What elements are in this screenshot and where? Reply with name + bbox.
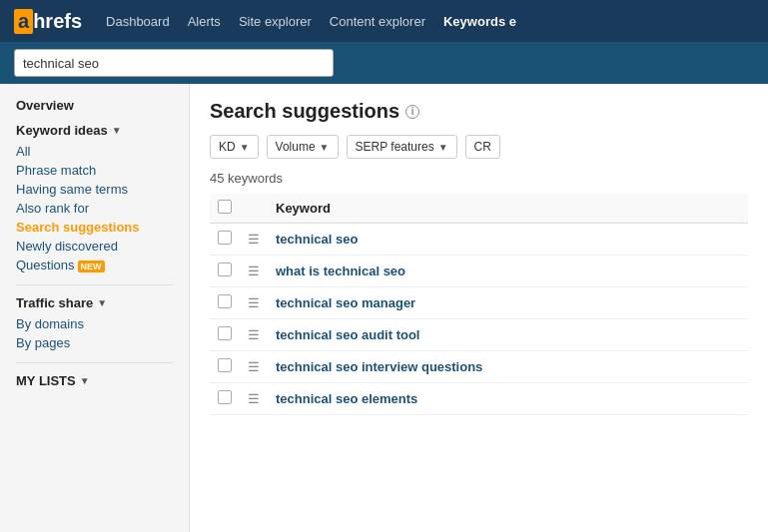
row-sort-icon[interactable]: ☰ <box>248 327 260 342</box>
nav-keywords-explorer[interactable]: Keywords e <box>443 14 516 29</box>
row-icon-cell: ☰ <box>240 224 268 256</box>
sidebar-overview[interactable]: Overview <box>16 98 173 113</box>
row-keyword: technical seo manager <box>268 287 748 319</box>
row-checkbox-cell <box>210 351 240 383</box>
row-checkbox[interactable] <box>218 294 232 308</box>
sidebar-item-newly-discovered[interactable]: Newly discovered <box>16 237 173 256</box>
sidebar-item-by-pages[interactable]: By pages <box>16 333 173 352</box>
row-sort-icon[interactable]: ☰ <box>248 391 260 406</box>
keyword-link[interactable]: technical seo interview questions <box>276 359 482 374</box>
sidebar-item-questions[interactable]: QuestionsNEW <box>16 256 173 274</box>
row-keyword: technical seo <box>268 224 748 256</box>
filter-serp-features[interactable]: SERP features ▼ <box>347 135 457 159</box>
sidebar-traffic-share-heading[interactable]: Traffic share ▼ <box>16 295 173 310</box>
nav-content-explorer[interactable]: Content explorer <box>330 14 425 29</box>
row-checkbox-cell <box>210 319 240 351</box>
sidebar-divider-2 <box>16 362 173 363</box>
sidebar-item-phrase-match[interactable]: Phrase match <box>16 161 173 180</box>
row-checkbox-cell <box>210 383 240 415</box>
keywords-count: 45 keywords <box>210 171 748 186</box>
filter-bar: KD ▼ Volume ▼ SERP features ▼ CR <box>210 135 748 159</box>
col-keyword: Keyword <box>268 194 748 224</box>
filter-volume[interactable]: Volume ▼ <box>267 135 339 159</box>
logo-a-letter: a <box>14 9 33 34</box>
sidebar-item-having-same-terms[interactable]: Having same terms <box>16 180 173 199</box>
content-area: Search suggestions i KD ▼ Volume ▼ SERP … <box>190 84 768 532</box>
row-checkbox-cell <box>210 256 240 287</box>
sidebar: Overview Keyword ideas ▼ All Phrase matc… <box>0 84 190 532</box>
logo[interactable]: ahrefs <box>14 9 82 34</box>
table-row: ☰ technical seo interview questions <box>210 351 748 383</box>
row-checkbox-cell <box>210 287 240 319</box>
sidebar-item-all[interactable]: All <box>16 142 173 161</box>
row-checkbox[interactable] <box>218 326 232 340</box>
sidebar-item-also-rank-for[interactable]: Also rank for <box>16 199 173 218</box>
serp-arrow: ▼ <box>438 142 448 153</box>
sidebar-keyword-ideas-heading[interactable]: Keyword ideas ▼ <box>16 123 173 138</box>
keyword-link[interactable]: technical seo elements <box>276 391 417 406</box>
table-row: ☰ technical seo elements <box>210 383 748 415</box>
row-icon-cell: ☰ <box>240 383 268 415</box>
keyword-link[interactable]: technical seo audit tool <box>276 327 419 342</box>
row-keyword: what is technical seo <box>268 256 748 287</box>
row-sort-icon[interactable]: ☰ <box>248 232 260 247</box>
row-sort-icon[interactable]: ☰ <box>248 359 260 374</box>
row-sort-icon[interactable]: ☰ <box>248 264 260 278</box>
keyword-link[interactable]: technical seo manager <box>276 295 415 310</box>
row-checkbox[interactable] <box>218 263 232 276</box>
row-sort-icon[interactable]: ☰ <box>248 295 260 310</box>
sidebar-item-search-suggestions[interactable]: Search suggestions <box>16 218 173 237</box>
filter-kd[interactable]: KD ▼ <box>210 135 259 159</box>
col-checkbox <box>210 194 240 224</box>
table-row: ☰ technical seo <box>210 224 748 256</box>
keywords-table: Keyword ☰ technical seo ☰ what is tech <box>210 194 748 415</box>
row-keyword: technical seo elements <box>268 383 748 415</box>
keyword-link[interactable]: technical seo <box>276 232 358 247</box>
table-row: ☰ what is technical seo <box>210 256 748 287</box>
volume-arrow: ▼ <box>320 142 330 153</box>
row-checkbox-cell <box>210 224 240 256</box>
search-input[interactable] <box>14 49 334 77</box>
my-lists-arrow: ▼ <box>80 375 90 386</box>
new-badge: NEW <box>78 261 105 272</box>
sidebar-item-by-domains[interactable]: By domains <box>16 314 173 333</box>
info-icon[interactable]: i <box>405 105 419 119</box>
row-checkbox[interactable] <box>218 390 232 404</box>
main-layout: Overview Keyword ideas ▼ All Phrase matc… <box>0 84 768 532</box>
keyword-ideas-arrow: ▼ <box>112 125 122 136</box>
row-icon-cell: ☰ <box>240 319 268 351</box>
nav-dashboard[interactable]: Dashboard <box>106 14 170 29</box>
filter-cr[interactable]: CR <box>465 135 500 159</box>
table-header-row: Keyword <box>210 194 748 224</box>
kd-arrow: ▼ <box>240 142 250 153</box>
row-icon-cell: ☰ <box>240 256 268 287</box>
nav-site-explorer[interactable]: Site explorer <box>239 14 312 29</box>
sidebar-divider <box>16 284 173 285</box>
row-checkbox[interactable] <box>218 231 232 245</box>
traffic-share-arrow: ▼ <box>97 297 107 308</box>
nav-alerts[interactable]: Alerts <box>188 14 221 29</box>
keyword-link[interactable]: what is technical seo <box>276 264 405 278</box>
row-checkbox[interactable] <box>218 358 232 372</box>
search-bar <box>0 42 768 84</box>
content-title: Search suggestions i <box>210 100 748 123</box>
row-icon-cell: ☰ <box>240 287 268 319</box>
table-row: ☰ technical seo audit tool <box>210 319 748 351</box>
row-icon-cell: ☰ <box>240 351 268 383</box>
row-keyword: technical seo audit tool <box>268 319 748 351</box>
sidebar-my-lists-heading[interactable]: MY LISTS ▼ <box>16 373 173 388</box>
logo-hrefs: hrefs <box>33 10 82 33</box>
table-row: ☰ technical seo manager <box>210 287 748 319</box>
top-nav: ahrefs Dashboard Alerts Site explorer Co… <box>0 0 768 42</box>
col-icon <box>240 194 268 224</box>
row-keyword: technical seo interview questions <box>268 351 748 383</box>
header-checkbox[interactable] <box>218 200 232 214</box>
